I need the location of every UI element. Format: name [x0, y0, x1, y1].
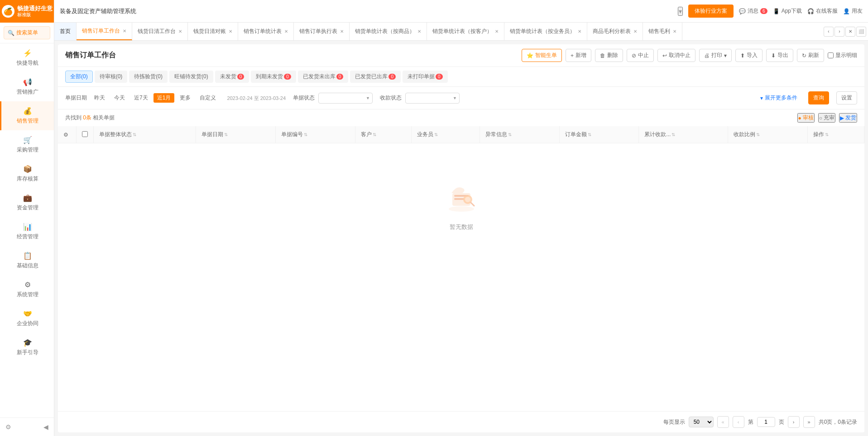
sidebar-item-purchase[interactable]: 🛒采购管理 [0, 130, 54, 159]
show-detail-label[interactable]: 显示明细 [828, 52, 857, 59]
tab-sales-order-stats[interactable]: 销售订单统计表✕ [238, 23, 294, 40]
tab-close-cash-goods-reconciliation[interactable]: ✕ [229, 29, 232, 34]
smart-create-btn[interactable]: ⭐ 智能生单 [522, 49, 562, 62]
sort-icon-customer[interactable]: ⇅ [373, 132, 376, 137]
status-select[interactable] [318, 93, 373, 104]
next-page-btn[interactable]: › [788, 416, 800, 428]
filter-settings-btn[interactable]: 设置 [836, 91, 857, 104]
date-option-btn[interactable]: 更多 [176, 93, 194, 103]
tab-close-sales-order-workbench[interactable]: ✕ [123, 28, 126, 33]
date-option-btn[interactable]: 近1月 [153, 93, 175, 103]
filter-tab-shipped-out[interactable]: 已发货已出库0 [350, 71, 401, 83]
tab-expand-btn[interactable]: ⬜ [856, 27, 866, 37]
col-label-amount: 订单金额 [565, 131, 587, 137]
filter-tab-not-printed[interactable]: 未打印单据0 [403, 71, 448, 83]
tab-scroll-right-btn[interactable]: › [834, 27, 844, 37]
add-btn[interactable]: + 新增 [566, 49, 591, 62]
payment-select[interactable] [405, 93, 460, 104]
sidebar-item-marketing[interactable]: 📢营销推广 [0, 72, 54, 101]
audit-btn[interactable]: ● 审核 [797, 113, 815, 123]
tab-close-sales-order-execution[interactable]: ✕ [340, 29, 344, 34]
delete-btn[interactable]: 🗑 删除 [595, 49, 623, 62]
sort-icon-amount[interactable]: ⇅ [588, 132, 591, 137]
date-option-btn[interactable]: 今天 [110, 93, 129, 103]
expand-conditions-btn[interactable]: ▾ 展开更多条件 [760, 94, 797, 102]
table-settings-icon[interactable]: ⚙ [63, 132, 68, 138]
last-page-btn[interactable]: » [803, 416, 815, 428]
filter-tab-expired-not-shipped[interactable]: 到期未发货0 [251, 71, 296, 83]
sort-icon-date[interactable]: ⇅ [224, 132, 228, 137]
message-btn[interactable]: 💬 消息 6 [739, 7, 767, 15]
filter-tab-pending-review[interactable]: 待审核(0) [95, 71, 128, 83]
tab-close-sales-order-stats[interactable]: ✕ [284, 29, 288, 34]
tab-cash-goods-reconciliation[interactable]: 钱货日清对账✕ [188, 23, 238, 40]
workbench: 销售订单工作台 ⭐ 智能生单 + 新增 🗑 删除 ⊘ [58, 44, 864, 432]
page-input[interactable] [757, 417, 775, 427]
cancel-audit-btn[interactable]: ○ 充审 [818, 113, 835, 123]
print-btn[interactable]: 🖨 打印 ▾ [699, 49, 732, 62]
tab-close-sales-stats-product[interactable]: ✕ [417, 29, 421, 34]
app-download-btn[interactable]: 📱 App下载 [773, 7, 802, 15]
user-btn[interactable]: 👤 用友 [843, 7, 863, 15]
date-option-btn[interactable]: 自定义 [196, 93, 220, 103]
tab-product-margin[interactable]: 商品毛利分析表✕ [587, 23, 643, 40]
show-detail-checkbox[interactable] [828, 52, 834, 58]
tab-sales-stats-customer[interactable]: 销货单统计表（按客户）✕ [427, 23, 504, 40]
sort-icon-collected[interactable]: ⇅ [671, 132, 675, 137]
sidebar-item-system[interactable]: ⚙系统管理 [0, 275, 54, 304]
tab-sales-order-workbench[interactable]: 销售订单工作台✕ [77, 23, 132, 40]
system-gear-btn[interactable]: ▾ [678, 7, 683, 16]
date-option-btn[interactable]: 昨天 [91, 93, 109, 103]
sort-icon-status[interactable]: ⇅ [133, 132, 136, 137]
collapse-btn[interactable]: ◀ [42, 422, 50, 432]
sort-icon-number[interactable]: ⇅ [304, 132, 307, 137]
filter-tab-all[interactable]: 全部(0) [65, 71, 93, 83]
tab-close-cash-daily-workbench[interactable]: ✕ [178, 29, 182, 34]
tab-sales-profit[interactable]: 销售毛利✕ [643, 23, 682, 40]
sidebar-item-finance[interactable]: 💼资金管理 [0, 188, 54, 217]
tab-scroll-left-btn[interactable]: ‹ [824, 27, 834, 37]
workbench-actions: ⭐ 智能生单 + 新增 🗑 删除 ⊘ 中止 [522, 49, 857, 62]
sidebar-item-sales[interactable]: 💰销售管理 [0, 101, 54, 130]
tab-home[interactable]: 首页 [54, 23, 77, 40]
filter-tab-wangpu-pending-ship[interactable]: 旺铺待发货(0) [169, 71, 213, 83]
search-menu-button[interactable]: 🔍 搜索菜单 [4, 26, 50, 39]
sidebar-item-operations[interactable]: 📊经营管理 [0, 217, 54, 246]
prev-page-btn[interactable]: ‹ [733, 416, 744, 428]
dispatch-btn[interactable]: ▶ 发货 [839, 113, 857, 123]
refresh-btn[interactable]: ↻ 刷新 [797, 49, 824, 62]
select-all-checkbox[interactable] [82, 131, 88, 137]
filter-tab-pending-inspection[interactable]: 待拣验货(0) [129, 71, 168, 83]
filter-tab-shipped-not-out[interactable]: 已发货未出库0 [298, 71, 349, 83]
first-page-btn[interactable]: « [717, 416, 729, 428]
sort-icon-actions[interactable]: ⇅ [825, 132, 829, 137]
import-btn[interactable]: ⬆ 导入 [735, 49, 762, 62]
tab-close-product-margin[interactable]: ✕ [633, 29, 637, 34]
export-btn[interactable]: ⬇ 导出 [766, 49, 793, 62]
page-size-select[interactable]: 2050100 [689, 417, 714, 427]
cancel-stop-btn[interactable]: ↩ 取消中止 [657, 49, 695, 62]
sidebar-item-enterprise[interactable]: 🤝企业协同 [0, 304, 54, 333]
sort-icon-ratio[interactable]: ⇅ [756, 132, 760, 137]
sort-icon-abnormal[interactable]: ⇅ [508, 132, 512, 137]
stop-btn[interactable]: ⊘ 中止 [627, 49, 654, 62]
sidebar-item-basic-info[interactable]: 📋基础信息 [0, 246, 54, 275]
sidebar-item-guide[interactable]: 🎓新手引导 [0, 333, 54, 362]
tab-sales-stats-product[interactable]: 销货单统计表（按商品）✕ [350, 23, 427, 40]
online-service-btn[interactable]: 🎧 在线客服 [807, 7, 838, 15]
tab-sales-order-execution[interactable]: 销售订单执行表✕ [294, 23, 350, 40]
industry-btn[interactable]: 体验行业方案 [688, 5, 734, 18]
filter-tab-not-shipped[interactable]: 未发货0 [215, 71, 249, 83]
query-btn[interactable]: 查询 [808, 91, 829, 104]
settings-icon-btn[interactable]: ⚙ [4, 422, 13, 432]
tab-close-sales-stats-salesperson[interactable]: ✕ [578, 29, 581, 34]
sidebar-item-inventory[interactable]: 📦库存核算 [0, 159, 54, 188]
tab-close-sales-profit[interactable]: ✕ [673, 29, 676, 34]
sort-icon-salesperson[interactable]: ⇅ [434, 132, 438, 137]
date-option-btn[interactable]: 近7天 [130, 93, 152, 103]
tab-close-sales-stats-customer[interactable]: ✕ [495, 29, 499, 34]
tab-sales-stats-salesperson[interactable]: 销货单统计表（按业务员）✕ [504, 23, 587, 40]
tab-cash-daily-workbench[interactable]: 钱货日清工作台✕ [132, 23, 188, 40]
tab-close-all-btn[interactable]: ✕ [845, 27, 855, 37]
sidebar-item-quick-nav[interactable]: ⚡快捷导航 [0, 43, 54, 72]
